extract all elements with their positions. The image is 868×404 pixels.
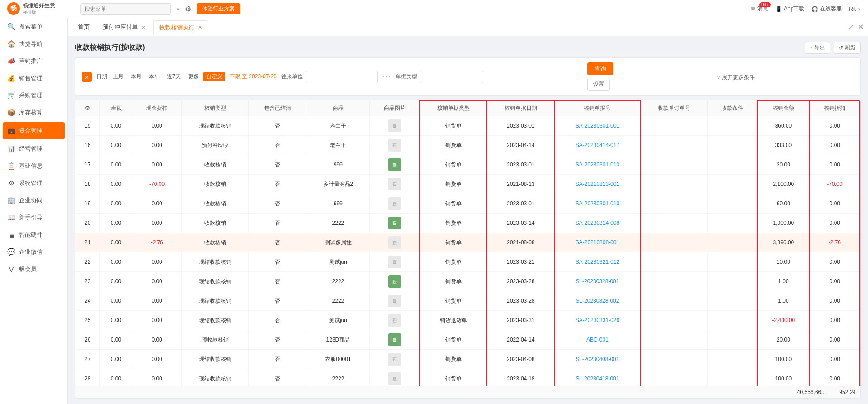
export-btn[interactable]: ↑ 导出 xyxy=(805,42,830,54)
cell-cancel-discount: 0.00 xyxy=(810,330,860,350)
refresh-btn[interactable]: ↺ 刷新 xyxy=(834,42,861,54)
sidebar-item-search[interactable]: 🔍搜索菜单 xyxy=(0,18,67,35)
cell-bill-no[interactable]: SA-20210808-001 xyxy=(555,233,641,252)
cell-bill-no[interactable]: SL-20230328-002 xyxy=(555,291,641,311)
cell-receipt-cond xyxy=(708,155,757,175)
cell-goods: 999 xyxy=(307,194,369,214)
cell-cancel-discount: -70.00 xyxy=(810,175,860,194)
bill-no-link[interactable]: SL-20230328-001 xyxy=(576,278,619,285)
bill-no-link[interactable]: SL-20230328-002 xyxy=(576,298,619,304)
table-scroll[interactable]: ⚙ 余额 现金折扣 核销类型 包含已结清 商品 商品图片 核销单据类型 核销单据… xyxy=(75,100,860,386)
sidebar-item-system[interactable]: ⚙系统管理 xyxy=(0,175,67,192)
sidebar-item-base[interactable]: 📋基础信息 xyxy=(0,157,67,175)
sidebar-icon-wechat: 💬 xyxy=(7,248,15,256)
bill-no-link[interactable]: SA-20230301-010 xyxy=(576,162,619,168)
cell-bill-no[interactable]: SA-20230321-012 xyxy=(555,252,641,272)
cell-discount: 0.00 xyxy=(132,252,182,272)
cell-bill-type: 销货单 xyxy=(420,194,487,214)
tab-actions: ⤢ ✕ xyxy=(848,23,863,31)
cell-bill-no[interactable]: SA-20230314-008 xyxy=(555,214,641,233)
cell-bill-no[interactable]: SL-20230418-001 xyxy=(555,369,641,386)
expand-more-btn[interactable]: ∨ 展开更多条件 xyxy=(717,72,755,81)
cell-bill-no[interactable]: SL-20230408-001 xyxy=(555,350,641,369)
cell-bill-no[interactable]: SA-20210813-001 xyxy=(555,175,641,194)
sidebar-item-quick[interactable]: 🏠快捷导航 xyxy=(0,35,67,52)
date-btn-this-year[interactable]: 本年 xyxy=(146,72,162,81)
sidebar-label-purchase: 采购管理 xyxy=(19,91,42,100)
bill-no-link[interactable]: SA-20230321-012 xyxy=(576,259,619,265)
type-select[interactable] xyxy=(420,71,483,83)
cell-bill-no[interactable]: SL-20230328-001 xyxy=(555,272,641,291)
industry-btn[interactable]: 体验行业方案 xyxy=(197,3,240,14)
dots-icon[interactable]: ··· xyxy=(382,73,391,81)
app-download-btn[interactable]: 📱 App下载 xyxy=(775,5,804,13)
content-area: 首页 预付冲应付单 ✕ 收款核销执行 ✕ ⤢ ✕ 收款核销执行(按收款) ↑ xyxy=(68,18,868,404)
top-search-input[interactable] xyxy=(80,3,171,15)
sidebar-item-hardware[interactable]: 🖥智能硬件 xyxy=(0,226,67,243)
date-btn-7days[interactable]: 近7天 xyxy=(164,72,184,81)
tab-close-all-icon[interactable]: ✕ xyxy=(858,23,863,31)
tab-maximize-icon[interactable]: ⤢ xyxy=(848,23,854,31)
sidebar-item-vip[interactable]: V畅会员 xyxy=(0,261,67,278)
date-btn-this-month[interactable]: 本月 xyxy=(128,72,144,81)
user-name-area[interactable]: Rit ∨ xyxy=(849,6,861,12)
sidebar-item-stock[interactable]: 📦库存核算 xyxy=(0,104,67,121)
cell-cancel-amount: 3,390.00 xyxy=(757,233,810,252)
query-btn[interactable]: 查询 xyxy=(587,62,613,75)
sidebar-item-purchase[interactable]: 🛒采购管理 xyxy=(0,87,67,104)
online-service-btn[interactable]: 🎧 在线客服 xyxy=(811,5,842,13)
sidebar-item-guide[interactable]: 📖新手引导 xyxy=(0,209,67,226)
cell-bill-no[interactable]: SA-20230301-010 xyxy=(555,194,641,214)
cell-bill-type: 销货单 xyxy=(420,369,487,386)
cell-cancel-discount: 0.00 xyxy=(810,136,860,155)
tab-prepay-close-icon[interactable]: ✕ xyxy=(142,24,146,30)
cell-cancel-type: 收款核销 xyxy=(182,175,249,194)
cell-cancel-amount: 360.00 xyxy=(757,116,810,136)
cell-discount: 0.00 xyxy=(132,350,182,369)
date-btn-more[interactable]: 更多 xyxy=(185,72,202,81)
cell-bill-no[interactable]: SA-20230331-026 xyxy=(555,311,641,330)
sidebar-item-sales[interactable]: 💰销售管理 xyxy=(0,70,67,87)
cell-balance: 0.00 xyxy=(100,136,132,155)
sidebar-item-wechat[interactable]: 💬企业微信 xyxy=(0,243,67,261)
cell-bill-type: 销货单 xyxy=(420,291,487,311)
partner-filter-group: 往来单位 xyxy=(281,71,378,83)
cell-balance: 0.00 xyxy=(100,330,132,350)
sidebar-item-capital[interactable]: 💼资金管理 xyxy=(3,122,65,139)
sidebar-label-base: 基础信息 xyxy=(19,162,42,170)
cell-bill-no[interactable]: SA-20230301-010 xyxy=(555,155,641,175)
tab-receipt-close-icon[interactable]: ✕ xyxy=(198,24,202,30)
bill-no-link[interactable]: SA-20230301-010 xyxy=(576,200,619,207)
bill-no-link[interactable]: SA-20230331-026 xyxy=(576,317,619,323)
bill-no-link[interactable]: SA-20210813-001 xyxy=(576,181,619,187)
bill-no-link[interactable]: ABC-001 xyxy=(586,337,609,343)
bill-no-link[interactable]: SA-20230314-008 xyxy=(576,220,619,226)
sidebar-item-business[interactable]: 📊经营管理 xyxy=(0,140,67,157)
col-header-balance: 余额 xyxy=(100,100,132,116)
bill-no-link[interactable]: SA-20230414-017 xyxy=(576,142,619,148)
search-chevron-icon: ∨ xyxy=(176,6,179,11)
cell-receipt-no xyxy=(640,330,708,350)
bill-no-link[interactable]: SA-20210808-001 xyxy=(576,239,619,246)
date-btn-last-month[interactable]: 上月 xyxy=(110,72,126,81)
cell-bill-date: 2022-04-14 xyxy=(487,330,554,350)
col-header-gear[interactable]: ⚙ xyxy=(75,100,100,116)
tab-home[interactable]: 首页 xyxy=(72,20,95,34)
cell-bill-no[interactable]: ABC-001 xyxy=(555,330,641,350)
tab-prepay[interactable]: 预付冲应付单 ✕ xyxy=(97,20,151,34)
bill-no-link[interactable]: SL-20230418-001 xyxy=(576,375,619,382)
bill-no-link[interactable]: SL-20230408-001 xyxy=(576,356,619,362)
settings-btn[interactable]: 设置 xyxy=(587,78,610,91)
sidebar-item-corp[interactable]: 🏢企业协同 xyxy=(0,192,67,209)
gear-icon[interactable]: ⚙ xyxy=(185,5,191,13)
sidebar-item-marketing[interactable]: 📣营销推广 xyxy=(0,52,67,70)
cell-discount: 0.00 xyxy=(132,272,182,291)
cell-bill-no[interactable]: SA-20230301-001 xyxy=(555,116,641,136)
message-btn[interactable]: ✉ 消息 99+ xyxy=(751,5,768,13)
tab-receipt[interactable]: 收款核销执行 ✕ xyxy=(153,20,208,34)
cell-bill-no[interactable]: SA-20230414-017 xyxy=(555,136,641,155)
date-btn-custom[interactable]: 自定义 xyxy=(203,72,225,81)
bill-no-link[interactable]: SA-20230301-001 xyxy=(576,123,619,129)
filter-expand-btn[interactable]: » xyxy=(82,72,92,82)
partner-input[interactable] xyxy=(306,71,378,83)
